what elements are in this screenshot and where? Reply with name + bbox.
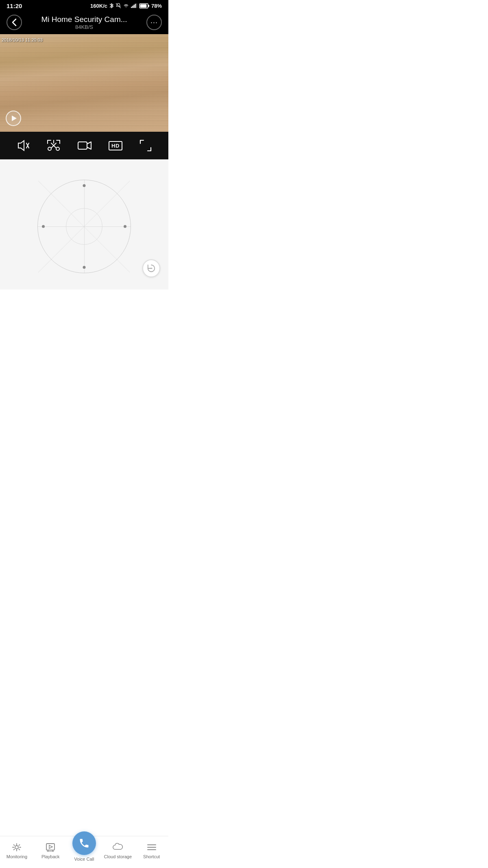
bluetooth-icon [109,2,114,9]
bell-muted-icon [115,3,121,9]
record-icon [78,140,92,151]
fullscreen-icon [139,139,152,152]
svg-marker-9 [18,141,24,150]
middle-section [0,159,168,289]
top-nav: Mi Home Security Cam... 84KB/S ··· [0,11,168,34]
video-timestamp: 2018/10/13 11:20:03 [2,37,43,42]
controls-bar: HD [0,132,168,159]
play-icon [12,115,17,121]
back-icon [12,18,17,26]
svg-marker-18 [151,268,153,269]
svg-rect-4 [135,4,136,8]
bitrate-subtitle: 84KB/S [41,24,127,30]
screenshot-icon [47,139,61,152]
more-icon: ··· [150,18,158,27]
wifi-icon [123,3,129,8]
screenshot-button[interactable] [47,139,61,152]
svg-rect-1 [131,7,132,8]
nav-center: Mi Home Security Cam... 84KB/S [41,15,127,30]
camera-title: Mi Home Security Cam... [41,15,127,24]
status-bar: 11:20 160K/c 78% [0,0,168,11]
hd-label: HD [109,141,122,150]
video-play-button[interactable] [6,111,21,126]
svg-rect-5 [136,3,137,8]
svg-rect-2 [132,6,133,8]
status-right: 160K/c 78% [90,2,162,9]
hd-button[interactable]: HD [109,141,122,150]
fullscreen-button[interactable] [139,139,152,152]
rotate-button[interactable] [142,259,160,277]
status-time: 11:20 [7,2,22,9]
joystick-container [37,180,131,273]
back-button[interactable] [7,15,22,30]
dot-right [124,225,126,228]
rotate-icon [147,264,156,273]
joystick-outer[interactable] [37,180,131,273]
dot-down [83,266,86,269]
record-button[interactable] [78,140,92,151]
svg-rect-8 [140,4,146,7]
more-menu-button[interactable]: ··· [146,15,162,30]
svg-rect-17 [78,142,87,149]
network-speed: 160K/c [90,3,107,9]
svg-rect-7 [148,5,149,7]
svg-rect-3 [133,5,134,8]
joystick-inner [66,208,102,245]
svg-point-12 [48,147,51,150]
video-background [0,34,168,132]
svg-point-13 [56,147,59,150]
mute-icon [17,140,30,151]
mute-button[interactable] [17,140,30,151]
signal-icon [131,3,137,8]
dot-left [42,225,45,228]
dot-up [83,184,86,187]
battery-percent: 78% [151,3,162,9]
battery-icon [139,3,150,9]
video-feed: 2018/10/13 11:20:03 [0,34,168,132]
